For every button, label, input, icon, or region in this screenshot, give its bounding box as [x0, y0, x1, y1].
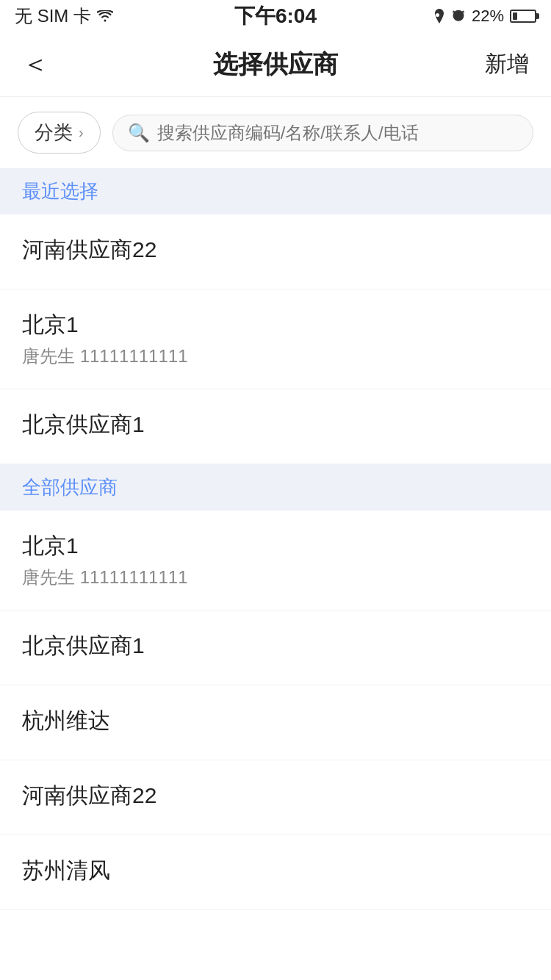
status-bar-left: 无 SIM 卡	[15, 4, 113, 28]
item-sub: 唐先生 11111111111	[22, 345, 529, 368]
item-name: 苏州清风	[22, 856, 529, 886]
item-name: 河南供应商22	[22, 235, 529, 265]
list-item[interactable]: 北京供应商1	[0, 389, 551, 464]
recent-list: 河南供应商22北京1唐先生 11111111111北京供应商1	[0, 215, 551, 464]
item-name: 北京1	[22, 531, 529, 561]
back-button[interactable]: ＜	[22, 46, 81, 82]
nav-bar: ＜ 选择供应商 新增	[0, 32, 551, 97]
item-name: 北京1	[22, 310, 529, 340]
category-filter[interactable]: 分类 ›	[18, 112, 101, 154]
item-sub: 唐先生 11111111111	[22, 566, 529, 589]
location-icon	[433, 9, 445, 24]
list-item[interactable]: 杭州维达	[0, 685, 551, 760]
status-bar-time: 下午6:04	[234, 2, 317, 30]
list-item[interactable]: 河南供应商22	[0, 760, 551, 835]
add-button[interactable]: 新增	[470, 49, 529, 79]
item-name: 北京供应商1	[22, 410, 529, 440]
recent-section-header: 最近选择	[0, 168, 551, 215]
wifi-icon	[97, 10, 113, 22]
filter-bar: 分类 › 🔍	[0, 97, 551, 168]
battery-percent: 22%	[472, 7, 504, 26]
list-item[interactable]: 北京供应商1	[0, 610, 551, 685]
search-box[interactable]: 🔍	[112, 115, 533, 151]
status-bar-right: 22%	[433, 7, 536, 26]
list-item[interactable]: 北京1唐先生 11111111111	[0, 289, 551, 389]
category-label: 分类	[35, 120, 73, 145]
battery-icon	[510, 10, 536, 23]
search-input[interactable]	[157, 123, 518, 143]
all-section-label: 全部供应商	[22, 476, 118, 498]
item-name: 北京供应商1	[22, 631, 529, 661]
list-item[interactable]: 苏州清风	[0, 835, 551, 910]
item-name: 杭州维达	[22, 706, 529, 736]
search-icon: 🔍	[128, 123, 150, 143]
list-item[interactable]: 河南供应商22	[0, 215, 551, 289]
all-list: 北京1唐先生 11111111111北京供应商1杭州维达河南供应商22苏州清风	[0, 511, 551, 910]
page-title: 选择供应商	[81, 48, 470, 82]
all-section-header: 全部供应商	[0, 464, 551, 511]
sim-label: 无 SIM 卡	[15, 4, 91, 28]
item-name: 河南供应商22	[22, 781, 529, 811]
chevron-right-icon: ›	[79, 124, 84, 141]
status-bar: 无 SIM 卡 下午6:04 22%	[0, 0, 551, 32]
recent-section-label: 最近选择	[22, 180, 98, 202]
list-item[interactable]: 北京1唐先生 11111111111	[0, 511, 551, 610]
alarm-icon	[451, 9, 466, 24]
